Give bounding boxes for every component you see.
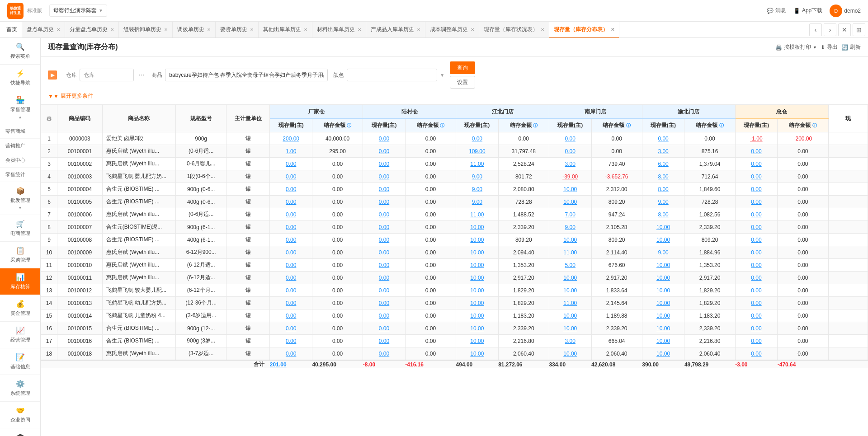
cell-c1-qty[interactable]: 0.00 xyxy=(270,322,312,335)
cell-c5-qty[interactable]: 10.00 xyxy=(642,322,684,335)
sidebar-sub-lingshang[interactable]: 零售商城 xyxy=(0,124,40,139)
cell-c3-qty[interactable]: 10.00 xyxy=(456,259,499,272)
cell-total-qty[interactable]: 0.00 xyxy=(735,234,778,246)
cell-c4-qty[interactable]: 7.00 xyxy=(549,208,591,221)
cell-c3-qty[interactable]: 9.00 xyxy=(456,196,499,208)
cell-total-qty[interactable]: 0.00 xyxy=(735,259,778,272)
cell-c1-qty[interactable]: 0.00 xyxy=(270,183,312,196)
cell-c4-qty[interactable]: 9.00 xyxy=(549,221,591,234)
sidebar-item-nav[interactable]: ⚡ 快捷导航 xyxy=(0,65,40,91)
tab-zuhe[interactable]: 组装拆卸单历史 ✕ xyxy=(119,22,173,38)
tab-chengben[interactable]: 成本调整单历史 ✕ xyxy=(425,22,479,38)
cell-c4-qty[interactable]: 10.00 xyxy=(549,309,591,322)
warehouse-dots-btn[interactable]: ··· xyxy=(137,71,146,79)
cell-c4-qty[interactable]: 10.00 xyxy=(549,183,591,196)
app-download-btn[interactable]: 📱 App下载 xyxy=(793,7,822,14)
cell-c2-qty[interactable]: 0.00 xyxy=(363,221,406,234)
cell-c3-qty[interactable]: 10.00 xyxy=(456,309,499,322)
cell-c5-qty[interactable]: 8.00 xyxy=(642,183,684,196)
cell-c3-qty[interactable]: 10.00 xyxy=(456,335,499,347)
tab-expand-btn[interactable]: ⊞ xyxy=(853,23,865,36)
cell-c2-qty[interactable]: 0.00 xyxy=(363,208,406,221)
cell-c2-qty[interactable]: 0.00 xyxy=(363,183,406,196)
sidebar-item-inventory[interactable]: 📊 库存核算 xyxy=(0,268,40,295)
cell-c4-qty[interactable]: 10.00 xyxy=(549,322,591,335)
cell-c4-qty[interactable]: 0.00 xyxy=(549,132,591,145)
cell-c3-qty[interactable]: 109.00 xyxy=(456,145,499,158)
cell-c4-qty[interactable]: 10.00 xyxy=(549,234,591,246)
cell-c3-qty[interactable]: 9.00 xyxy=(456,170,499,183)
cell-c1-qty[interactable]: 0.00 xyxy=(270,246,312,259)
cell-c5-qty[interactable]: 8.00 xyxy=(642,208,684,221)
cell-c5-qty[interactable]: 10.00 xyxy=(642,309,684,322)
cell-c1-qty[interactable]: 0.00 xyxy=(270,221,312,234)
footer-total-qty[interactable]: -3.00 xyxy=(735,360,778,368)
cell-c5-qty[interactable]: 8.00 xyxy=(642,170,684,183)
tab-next-btn[interactable]: › xyxy=(824,23,836,36)
tab-home[interactable]: 首页 xyxy=(2,22,22,38)
cell-c5-qty[interactable]: 10.00 xyxy=(642,347,684,361)
footer-c4-qty[interactable]: 334.00 xyxy=(549,360,591,368)
cell-c2-qty[interactable]: 0.00 xyxy=(363,145,406,158)
sidebar-item-finance[interactable]: 💰 资金管理 xyxy=(0,295,40,322)
cell-c1-qty[interactable]: 0.00 xyxy=(270,297,312,309)
cell-total-qty[interactable]: 0.00 xyxy=(735,309,778,322)
cell-c5-qty[interactable]: 10.00 xyxy=(642,234,684,246)
footer-c3-qty[interactable]: 494.00 xyxy=(456,360,499,368)
cell-c3-qty[interactable]: 11.00 xyxy=(456,208,499,221)
tab-close-icon[interactable]: ✕ xyxy=(471,27,474,32)
cell-c4-qty[interactable]: 0.00 xyxy=(549,145,591,158)
cell-total-qty[interactable]: 0.00 xyxy=(735,183,778,196)
tab-close-icon[interactable]: ✕ xyxy=(164,27,168,32)
cell-c2-qty[interactable]: 0.00 xyxy=(363,309,406,322)
cell-c4-qty[interactable]: 11.00 xyxy=(549,246,591,259)
cell-total-qty[interactable]: -1.00 xyxy=(735,132,778,145)
tab-close-all-btn[interactable]: ✕ xyxy=(838,23,851,36)
sidebar-item-system[interactable]: ⚙️ 系统管理 xyxy=(0,375,40,402)
sidebar-item-ops[interactable]: 📈 经营管理 xyxy=(0,322,40,348)
cell-c4-qty[interactable]: 11.00 xyxy=(549,297,591,309)
sidebar-sub-yingxiao[interactable]: 营销推广 xyxy=(0,139,40,153)
message-btn[interactable]: 💬 消息 xyxy=(767,7,786,14)
cell-c2-qty[interactable]: 0.00 xyxy=(363,347,406,361)
tab-close-icon[interactable]: ✕ xyxy=(110,27,114,32)
expand-toggle[interactable]: ▶ xyxy=(48,70,61,80)
cell-c2-qty[interactable]: 0.00 xyxy=(363,234,406,246)
cell-c1-qty[interactable]: 0.00 xyxy=(270,309,312,322)
cell-c2-qty[interactable]: 0.00 xyxy=(363,132,406,145)
print-btn[interactable]: 🖨️ 按模板打印 ▼ xyxy=(775,43,817,51)
cell-c1-qty[interactable]: 200.00 xyxy=(270,132,312,145)
cell-total-qty[interactable]: 0.00 xyxy=(735,145,778,158)
sidebar-item-retail[interactable]: 🏪 零售管理 ▲ xyxy=(0,91,40,124)
cell-c2-qty[interactable]: 0.00 xyxy=(363,284,406,297)
cell-c2-qty[interactable]: 0.00 xyxy=(363,272,406,284)
cell-c5-qty[interactable]: 6.00 xyxy=(642,158,684,170)
cell-total-qty[interactable]: 0.00 xyxy=(735,170,778,183)
tab-close-icon[interactable]: ✕ xyxy=(304,27,307,32)
cell-c3-qty[interactable]: 10.00 xyxy=(456,284,499,297)
cell-total-qty[interactable]: 0.00 xyxy=(735,221,778,234)
sidebar-item-collab[interactable]: 🤝 企业协同 xyxy=(0,402,40,428)
cell-c3-qty[interactable]: 10.00 xyxy=(456,221,499,234)
cell-c1-qty[interactable]: 0.00 xyxy=(270,272,312,284)
cell-c2-qty[interactable]: 0.00 xyxy=(363,335,406,347)
tab-close-icon[interactable]: ✕ xyxy=(541,27,544,32)
cell-c1-qty[interactable]: 0.00 xyxy=(270,208,312,221)
cell-c3-qty[interactable]: 10.00 xyxy=(456,272,499,284)
cell-total-qty[interactable]: 0.00 xyxy=(735,322,778,335)
cell-total-qty[interactable]: 0.00 xyxy=(735,246,778,259)
cell-c5-qty[interactable]: 0.00 xyxy=(642,132,684,145)
cell-c3-qty[interactable]: 10.00 xyxy=(456,347,499,361)
tab-qitachu[interactable]: 其他出库单历史 ✕ xyxy=(259,22,312,38)
sidebar-item-base[interactable]: 📝 基础信息 xyxy=(0,348,40,375)
footer-c5-qty[interactable]: 390.00 xyxy=(642,360,684,368)
tab-cailiao[interactable]: 材料出库单历史 ✕ xyxy=(312,22,366,38)
cell-c4-qty[interactable]: -39.00 xyxy=(549,170,591,183)
cell-c2-qty[interactable]: 0.00 xyxy=(363,158,406,170)
sidebar-sub-huiyuan[interactable]: 会员中心 xyxy=(0,153,40,168)
tab-prev-btn[interactable]: ‹ xyxy=(809,23,822,36)
cell-c5-qty[interactable]: 10.00 xyxy=(642,272,684,284)
cell-c4-qty[interactable]: 3.00 xyxy=(549,158,591,170)
cell-c5-qty[interactable]: 10.00 xyxy=(642,297,684,309)
sidebar-item-search[interactable]: 🔍 搜索英单 xyxy=(0,38,40,65)
